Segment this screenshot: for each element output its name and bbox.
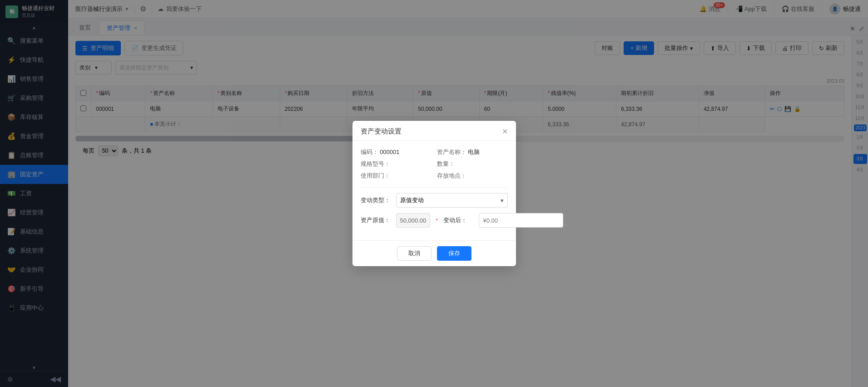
after-value-input[interactable]: [479, 213, 563, 228]
modal-dept-label: 使用部门：: [361, 172, 390, 179]
after-label: 变动后：: [443, 216, 475, 224]
modal-info-grid: 编码： 000001 资产名称： 电脑 规格型号： 数量： 使用部门：: [361, 148, 508, 180]
modal-overlay[interactable]: 资产变动设置 ✕ 编码： 000001 资产名称： 电脑 规格型号： 数: [0, 0, 868, 387]
modal-spec-item: 规格型号：: [361, 160, 432, 168]
value-change-row: 资产原值： 50,000.00 * 变动后：: [361, 213, 508, 228]
modal-location-item: 存放地点：: [437, 172, 508, 180]
original-value-label: 资产原值：: [361, 216, 392, 224]
required-star-after: *: [436, 217, 438, 224]
modal-code-label: 编码：: [361, 149, 378, 155]
modal-code-value: 000001: [380, 149, 399, 155]
save-button[interactable]: 保存: [437, 246, 471, 261]
original-value-display: 50,000.00: [396, 213, 431, 228]
change-type-select[interactable]: 原值变动 ▾: [396, 193, 508, 208]
modal-spec-label: 规格型号：: [361, 160, 390, 167]
change-type-label: 变动类型：: [361, 196, 392, 204]
modal-quantity-label: 数量：: [437, 160, 455, 167]
cancel-button[interactable]: 取消: [397, 246, 432, 261]
modal-footer: 取消 保存: [352, 240, 516, 266]
modal-name-label: 资产名称：: [437, 149, 466, 155]
modal-location-label: 存放地点：: [437, 172, 466, 179]
change-type-dropdown-icon: ▾: [501, 197, 504, 204]
modal-header: 资产变动设置 ✕: [352, 121, 516, 141]
modal-divider: [361, 187, 508, 188]
modal-title: 资产变动设置: [361, 127, 402, 136]
change-type-value: 原值变动: [400, 196, 424, 204]
modal-name-value: 电脑: [468, 149, 480, 155]
modal-quantity-item: 数量：: [437, 160, 508, 168]
modal-body: 编码： 000001 资产名称： 电脑 规格型号： 数量： 使用部门：: [352, 141, 516, 240]
modal-close-button[interactable]: ✕: [502, 127, 508, 136]
modal-name-item: 资产名称： 电脑: [437, 148, 508, 156]
modal-code-item: 编码： 000001: [361, 148, 432, 156]
modal-dept-item: 使用部门：: [361, 172, 432, 180]
change-type-row: 变动类型： 原值变动 ▾: [361, 193, 508, 208]
asset-change-modal: 资产变动设置 ✕ 编码： 000001 资产名称： 电脑 规格型号： 数: [352, 121, 516, 266]
